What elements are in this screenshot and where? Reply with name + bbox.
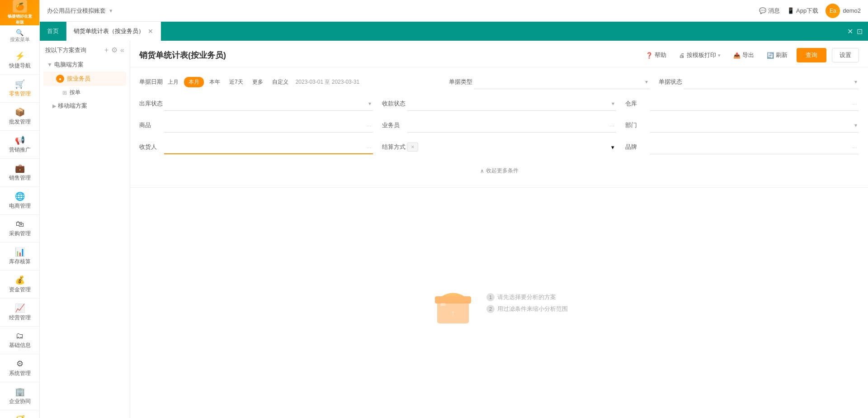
sidebar-item-basic[interactable]: 🗂 基础信息 <box>0 327 39 354</box>
out-status-input-wrap[interactable]: ▾ <box>164 96 373 111</box>
settings-button[interactable]: 设置 <box>832 48 859 62</box>
sidebar-item-sales[interactable]: 💼 销售管理 <box>0 159 39 187</box>
sidebar-item-quick-nav[interactable]: ⚡ 快捷导航 <box>0 47 39 75</box>
sidebar-item-enterprise[interactable]: 🏢 企业协同 <box>0 382 39 410</box>
out-status-dropdown[interactable]: ▾ <box>164 96 373 111</box>
refresh-icon: 🔄 <box>767 52 774 59</box>
sidebar-item-wholesale[interactable]: 📦 批发管理 <box>0 103 39 131</box>
tab-restore-icon[interactable]: ⊡ <box>857 27 863 36</box>
tab-close-icon[interactable]: ✕ <box>148 28 153 34</box>
filter-field-date: 单据日期 上月 本月 本年 近7天 更多 自定义 2023-03-01 至 20… <box>139 77 440 87</box>
salesperson-input[interactable] <box>407 118 616 133</box>
basic-icon: 🗂 <box>2 331 38 341</box>
doc-type-label: 单据类型 <box>449 78 474 86</box>
brand-label: 品牌 <box>625 143 650 151</box>
receiver-input-wrap: ··· <box>164 140 373 154</box>
operations-icon: 📈 <box>2 303 38 313</box>
brand-input-wrap: ··· <box>650 140 859 154</box>
sidebar-item-finance[interactable]: 💰 资金管理 <box>0 271 39 299</box>
collapse-button[interactable]: ∧ 收起更多条件 <box>475 165 524 176</box>
tab-close-all-icon[interactable]: ✕ <box>847 27 853 36</box>
sidebar-item-retail[interactable]: 🛒 零售管理 <box>0 75 39 103</box>
sidebar-item-label: 营销推广 <box>9 147 31 153</box>
brand-input[interactable] <box>650 140 859 154</box>
department-dropdown[interactable]: ▾ <box>650 118 859 133</box>
date-btn-7days[interactable]: 近7天 <box>226 77 247 87</box>
tab-home[interactable]: 首页 <box>40 22 66 41</box>
receiver-input[interactable] <box>164 140 373 154</box>
doc-type-input-wrap[interactable]: ▾ <box>474 75 649 89</box>
salesperson-input-wrap: ··· <box>407 118 616 133</box>
salesperson-ellipsis-icon[interactable]: ··· <box>609 122 614 129</box>
message-icon: 💬 <box>759 7 766 14</box>
date-btn-more[interactable]: 更多 <box>249 77 267 87</box>
receipt-status-dropdown[interactable]: ▾ <box>407 96 616 111</box>
receipt-status-input-wrap[interactable]: ▾ <box>407 96 616 111</box>
sidebar-item-system[interactable]: ⚙ 系统管理 <box>0 354 39 382</box>
date-range-text: 2023-03-01 至 2023-03-31 <box>296 78 359 86</box>
settlement-input-wrap: × ▾ <box>407 142 616 152</box>
scheme-sub-item-by-order[interactable]: ⊞ 按单 <box>43 86 126 99</box>
panel-add-button[interactable]: + <box>104 47 108 54</box>
svg-rect-1 <box>435 296 471 304</box>
empty-step-1-text: 请先选择要分析的方案 <box>497 293 556 301</box>
user-profile[interactable]: Ea demo2 <box>826 4 861 18</box>
top-header-right: 💬 消息 📱 App下载 Ea demo2 <box>759 4 861 18</box>
scheme-group-desktop-header[interactable]: ▼ 电脑端方案 <box>43 58 126 71</box>
new-user-icon: 🧭 <box>2 415 38 418</box>
doc-status-dropdown[interactable]: ▾ <box>684 75 859 89</box>
sidebar-item-new-user[interactable]: 🧭 新手引导 <box>0 410 39 418</box>
product-input[interactable] <box>164 118 373 133</box>
print-icon: 🖨 <box>679 52 685 59</box>
export-button[interactable]: 📤 导出 <box>730 49 758 61</box>
department-input-wrap[interactable]: ▾ <box>650 118 859 133</box>
sidebar-search-label: 搜索菜单 <box>10 37 30 42</box>
warehouse-input[interactable] <box>650 96 859 111</box>
breadcrumb-chevron[interactable]: ▾ <box>109 7 113 14</box>
panel-settings-button[interactable]: ⚙ <box>111 47 118 54</box>
filter-row-1: 单据日期 上月 本月 本年 近7天 更多 自定义 2023-03-01 至 20… <box>139 75 859 89</box>
settlement-tag-close[interactable]: × <box>411 144 414 150</box>
top-header: 办公用品行业模拟账套 ▾ 💬 消息 📱 App下载 Ea demo2 <box>40 0 868 22</box>
template-print-button[interactable]: 🖨 按模板打印 ▾ <box>675 49 724 61</box>
product-ellipsis-icon[interactable]: ··· <box>366 122 371 129</box>
sidebar-item-label: 库存核算 <box>9 258 31 265</box>
help-button[interactable]: ❓ 帮助 <box>642 49 670 61</box>
sidebar-item-inventory[interactable]: 📊 库存核算 <box>0 242 39 271</box>
sidebar-item-purchase[interactable]: 🛍 采购管理 <box>0 215 39 242</box>
date-btn-this-year[interactable]: 本年 <box>206 77 224 87</box>
sidebar-item-label: 系统管理 <box>9 370 31 376</box>
empty-state: ↑ 1 请先选择要分析的方案 2 用过滤条件来缩小分析范围 <box>130 188 868 418</box>
department-arrow-icon: ▾ <box>854 122 857 128</box>
filter-field-receipt-status: 收款状态 ▾ <box>382 96 616 111</box>
empty-step-1: 1 请先选择要分析的方案 <box>486 293 568 301</box>
tab-sales-stat[interactable]: 销货单统计表（按业务员） ✕ <box>66 22 161 41</box>
doc-status-arrow-icon: ▾ <box>854 79 857 85</box>
warehouse-ellipsis-icon[interactable]: ··· <box>852 100 857 107</box>
empty-icon-wrap: ↑ <box>430 280 476 326</box>
brand-ellipsis-icon[interactable]: ··· <box>852 144 857 151</box>
scheme-item-by-salesperson[interactable]: ● 按业务员 <box>43 71 126 86</box>
sidebar-search[interactable]: 🔍 搜索菜单 <box>8 25 32 47</box>
svg-text:↑: ↑ <box>451 309 455 318</box>
date-btn-custom[interactable]: 自定义 <box>269 77 292 87</box>
date-btn-this-month[interactable]: 本月 <box>184 77 204 87</box>
date-btn-last-month[interactable]: 上月 <box>164 77 182 87</box>
sidebar-item-marketing[interactable]: 📢 营销推广 <box>0 131 39 159</box>
query-button[interactable]: 查询 <box>797 48 826 62</box>
sidebar-item-operations[interactable]: 📈 经营管理 <box>0 299 39 327</box>
scheme-item-by-salesperson-label: 按业务员 <box>67 75 90 83</box>
refresh-button[interactable]: 🔄 刷新 <box>763 49 791 61</box>
sidebar-item-label: 零售管理 <box>9 90 31 97</box>
scheme-mobile-group[interactable]: ▶ 移动端方案 <box>43 99 126 113</box>
sidebar-item-ecommerce[interactable]: 🌐 电商管理 <box>0 187 39 215</box>
panel-collapse-button[interactable]: « <box>120 47 124 54</box>
app-download-button[interactable]: 📱 App下载 <box>787 7 818 15</box>
step-1-num: 1 <box>486 293 495 301</box>
out-status-label: 出库状态 <box>139 100 164 108</box>
doc-status-input-wrap[interactable]: ▾ <box>684 75 859 89</box>
left-panel-header: 按以下方案查询 + ⚙ « <box>40 46 130 58</box>
receiver-ellipsis-icon[interactable]: ··· <box>366 144 371 151</box>
message-button[interactable]: 💬 消息 <box>759 7 780 15</box>
doc-type-dropdown[interactable]: ▾ <box>474 75 649 89</box>
